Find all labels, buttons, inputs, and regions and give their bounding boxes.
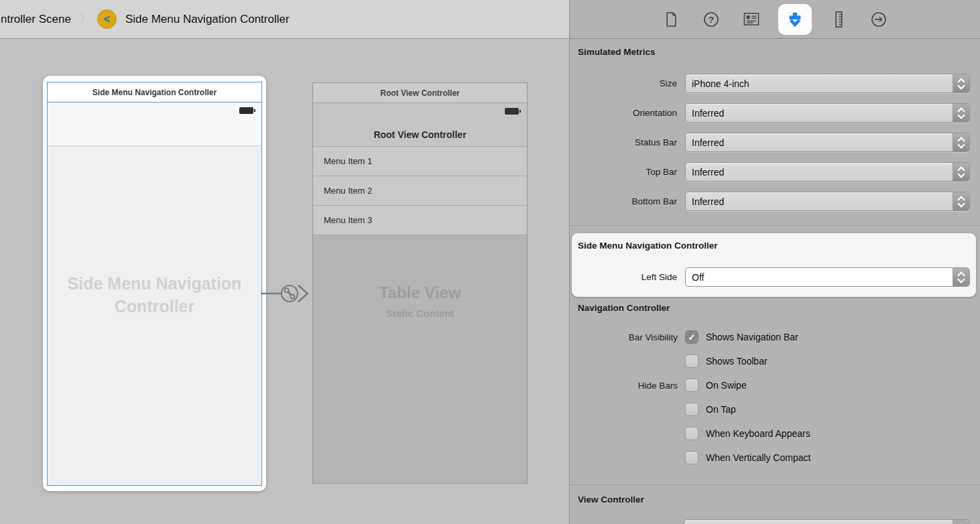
inspector-toolbar: ? <box>569 0 980 39</box>
popup-stepper-icon <box>953 192 969 210</box>
row-shows-toolbar: ✓ Shows Toolbar <box>570 354 980 369</box>
attributes-inspector-selected-background[interactable] <box>778 4 812 35</box>
file-inspector-icon[interactable] <box>663 11 679 28</box>
clipped-bottom-popup-button[interactable] <box>684 519 970 524</box>
section-divider <box>570 484 980 485</box>
section-title-simulated-metrics: Simulated Metrics <box>578 47 656 57</box>
battery-icon <box>505 108 519 115</box>
label-bottom-bar: Bottom Bar <box>570 192 677 211</box>
table-view-watermark: Table View Static Content <box>313 283 527 319</box>
popup-stepper-icon <box>953 74 969 92</box>
checkbox-label[interactable]: On Swipe <box>706 379 747 393</box>
side-menu-watermark: Side Menu Navigation Controller <box>48 272 261 318</box>
section-title-side-menu-navigation-controller: Side Menu Navigation Controller <box>578 241 718 251</box>
connections-inspector-icon[interactable] <box>871 11 887 28</box>
popup-stepper-icon <box>953 133 969 151</box>
label-left-side: Left Side <box>572 267 677 287</box>
row-orientation: Orientation Inferred <box>570 103 980 123</box>
popup-stepper-icon <box>953 520 969 524</box>
row-when-vertically-compact: ✓ When Vertically Compact <box>570 451 980 465</box>
row-top-bar: Top Bar Inferred <box>570 162 980 182</box>
row-bottom-bar: Bottom Bar Inferred <box>570 192 980 211</box>
checkbox-label[interactable]: When Keyboard Appears <box>706 427 810 441</box>
bottom-bar-popup-button[interactable]: Inferred <box>685 192 970 211</box>
row-on-tap: ✓ On Tap <box>570 403 980 417</box>
size-popup-button[interactable]: iPhone 4-inch <box>685 74 970 93</box>
breadcrumb-separator-icon: 〉 <box>80 10 89 27</box>
checkbox-label[interactable]: Shows Toolbar <box>706 354 768 369</box>
on-swipe-checkbox[interactable]: ✓ <box>685 379 698 392</box>
label-orientation: Orientation <box>570 103 677 123</box>
status-bar-popup-button[interactable]: Inferred <box>685 133 970 152</box>
label-status-bar: Status Bar <box>570 133 677 152</box>
root-scene-titlebar[interactable]: Root View Controller <box>313 83 527 103</box>
label-hide-bars: Hide Bars <box>570 379 678 393</box>
row-on-swipe: Hide Bars ✓ On Swipe <box>570 379 980 393</box>
breadcrumb-scene[interactable]: ntroller Scene <box>1 13 71 26</box>
label-bar-visibility: Bar Visibility <box>570 330 678 344</box>
on-tap-checkbox[interactable]: ✓ <box>685 403 698 416</box>
identity-inspector-icon[interactable] <box>743 11 759 28</box>
when-vertically-compact-checkbox[interactable]: ✓ <box>685 451 698 464</box>
label-top-bar: Top Bar <box>570 162 677 182</box>
root-scene-table-view[interactable] <box>313 235 527 483</box>
row-shows-navigation-bar: Bar Visibility ✓ Shows Navigation Bar <box>570 330 980 344</box>
quick-help-inspector-icon[interactable]: ? <box>703 11 719 28</box>
row-size: Size iPhone 4-inch <box>570 74 980 93</box>
row-status-bar: Status Bar Inferred <box>570 133 980 152</box>
root-scene-navigation-bar[interactable]: Root View Controller <box>313 103 527 147</box>
shows-navigation-bar-checkbox[interactable]: ✓ <box>685 330 698 344</box>
battery-icon <box>239 107 253 114</box>
navigation-controller-badge-icon[interactable]: < <box>97 9 117 29</box>
left-side-popup-button[interactable]: Off <box>685 267 970 287</box>
attributes-inspector-icon[interactable] <box>787 11 803 28</box>
top-bar-popup-button[interactable]: Inferred <box>685 162 970 182</box>
section-title-navigation-controller: Navigation Controller <box>578 303 670 313</box>
root-view-controller-scene[interactable]: Root View Controller Root View Controlle… <box>312 82 528 484</box>
breadcrumb-current-item[interactable]: Side Menu Navigation Controller <box>125 13 290 26</box>
size-inspector-icon[interactable] <box>831 11 847 28</box>
svg-text:?: ? <box>709 14 714 24</box>
shows-toolbar-checkbox[interactable]: ✓ <box>685 354 698 368</box>
row-left-side: Left Side Off <box>572 267 976 287</box>
section-divider <box>570 225 980 226</box>
side-menu-simulated-statusbar[interactable] <box>48 103 261 146</box>
checkbox-label[interactable]: When Vertically Compact <box>706 451 810 465</box>
popup-stepper-icon <box>953 163 969 181</box>
relationship-segue-arrow[interactable] <box>261 283 313 304</box>
table-cell-menu-item-1[interactable]: Menu Item 1 <box>313 147 527 176</box>
jump-bar: ntroller Scene 〉 < Side Menu Navigation … <box>0 0 569 39</box>
when-keyboard-appears-checkbox[interactable]: ✓ <box>685 427 698 440</box>
row-when-keyboard-appears: ✓ When Keyboard Appears <box>570 427 980 441</box>
popup-stepper-icon <box>953 104 969 122</box>
table-cell-menu-item-2[interactable]: Menu Item 2 <box>313 176 527 206</box>
attributes-inspector-panel: Simulated Metrics Size iPhone 4-inch Ori… <box>569 39 980 524</box>
side-menu-scene-titlebar[interactable]: Side Menu Navigation Controller <box>48 82 261 103</box>
label-size: Size <box>570 74 677 93</box>
orientation-popup-button[interactable]: Inferred <box>685 103 970 123</box>
checkbox-label[interactable]: Shows Navigation Bar <box>706 330 798 344</box>
side-menu-scene-frame[interactable]: Side Menu Navigation Controller Side Men… <box>47 82 262 486</box>
root-nav-title: Root View Controller <box>373 129 466 140</box>
section-title-view-controller: View Controller <box>578 495 644 505</box>
checkbox-label[interactable]: On Tap <box>706 403 736 417</box>
side-menu-navigation-controller-scene[interactable]: Side Menu Navigation Controller Side Men… <box>43 76 266 491</box>
storyboard-canvas[interactable]: Side Menu Navigation Controller Side Men… <box>0 39 569 524</box>
table-cell-menu-item-3[interactable]: Menu Item 3 <box>313 206 527 235</box>
side-menu-section-highlight: Side Menu Navigation Controller Left Sid… <box>572 233 976 297</box>
popup-stepper-icon <box>953 268 969 286</box>
